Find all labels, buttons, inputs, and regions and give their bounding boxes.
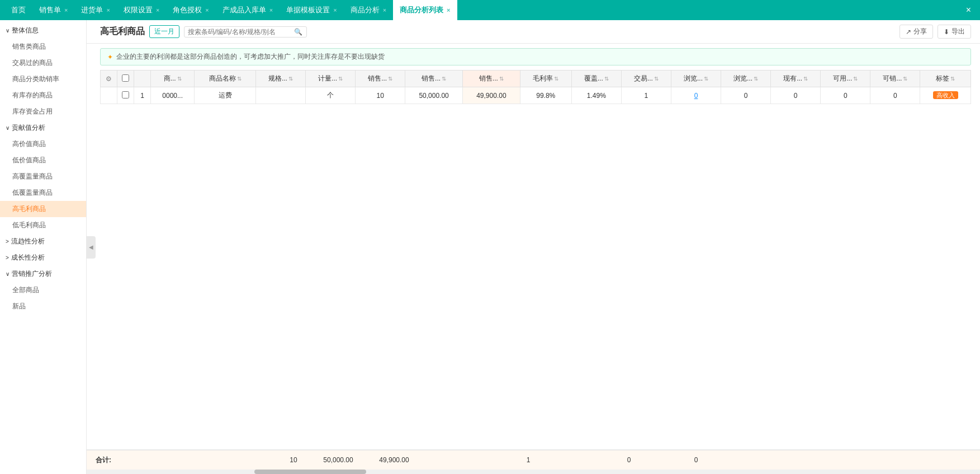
col-spec[interactable]: 规格... ⇅	[255, 71, 305, 87]
nav-stock-in[interactable]: 产成品入库单 ×	[216, 0, 280, 20]
footer-sales-amount: 50,000.00	[310, 454, 366, 466]
sort-icon: ⇅	[853, 76, 858, 82]
window-close-button[interactable]: ×	[962, 5, 976, 15]
sort-icon: ⇅	[803, 76, 808, 82]
table-container: ⚙ 商... ⇅	[100, 70, 971, 449]
footer-total-row: 合计: 10 50,000.00 49,900.00 1 0 0	[87, 449, 980, 470]
cell-saleable: 0	[870, 87, 920, 104]
sidebar-group-growth[interactable]: > 成长性分析	[0, 250, 86, 266]
close-icon[interactable]: ×	[269, 7, 273, 13]
col-unit[interactable]: 计量... ⇅	[306, 71, 356, 87]
close-icon[interactable]: ×	[156, 7, 159, 13]
info-banner: ✦ 企业的主要的利润都是这部分商品创造的，可考虑加大推广，同时关注库存是不要出现…	[100, 48, 971, 65]
col-tag[interactable]: 标签 ⇅	[920, 71, 971, 87]
sidebar-item-high-value[interactable]: 高价值商品	[0, 136, 86, 152]
sort-icon: ⇅	[338, 76, 343, 82]
cell-browse1[interactable]: 0	[671, 87, 721, 104]
search-box: 🔍	[184, 26, 307, 37]
sidebar-group-contribution[interactable]: ∨ 贡献值分析	[0, 120, 86, 136]
close-icon[interactable]: ×	[205, 7, 209, 13]
time-filter-button[interactable]: 近一月	[149, 25, 179, 38]
nav-permission[interactable]: 权限设置 ×	[117, 0, 166, 20]
nav-home[interactable]: 首页	[4, 0, 32, 20]
col-gross-margin[interactable]: 毛利率 ⇅	[520, 71, 571, 87]
sidebar-item-category-rate[interactable]: 商品分类助销率	[0, 71, 86, 87]
sidebar-item-new-goods[interactable]: 新品	[0, 298, 86, 315]
top-navigation: 首页 销售单 × 进货单 × 权限设置 × 角色授权 × 产成品入库单 × 单据…	[0, 0, 980, 20]
sidebar-item-traded-goods[interactable]: 交易过的商品	[0, 55, 86, 71]
browse1-link[interactable]: 0	[694, 92, 698, 100]
col-browse1[interactable]: 浏览... ⇅	[671, 71, 721, 87]
sidebar-group-marketing[interactable]: ∨ 营销推广分析	[0, 266, 86, 282]
sort-icon: ⇅	[288, 76, 293, 82]
col-transaction[interactable]: 交易... ⇅	[621, 71, 671, 87]
sidebar-item-high-margin[interactable]: 高毛利商品	[0, 201, 86, 217]
nav-product-analysis-list[interactable]: 商品分析列表 ×	[393, 0, 457, 20]
nav-template[interactable]: 单据模板设置 ×	[280, 0, 343, 20]
col-coverage[interactable]: 覆盖... ⇅	[571, 71, 621, 87]
col-checkbox	[117, 71, 134, 87]
col-name[interactable]: 商品名称 ⇅	[195, 71, 256, 87]
nav-purchase[interactable]: 进货单 ×	[74, 0, 116, 20]
horizontal-scrollbar[interactable]	[87, 470, 980, 474]
col-settings[interactable]: ⚙	[101, 71, 117, 87]
share-button[interactable]: ↗ 分享	[899, 25, 933, 39]
sidebar-collapse-button[interactable]: ◀	[87, 236, 96, 259]
settings-icon[interactable]: ⚙	[106, 75, 112, 83]
sidebar-item-sales-goods[interactable]: 销售类商品	[0, 39, 86, 55]
cell-browse2: 0	[721, 87, 771, 104]
chevron-down-icon: ∨	[6, 271, 10, 277]
sort-icon: ⇅	[442, 76, 446, 82]
sort-icon: ⇅	[604, 76, 609, 82]
sort-icon: ⇅	[554, 76, 558, 82]
col-available[interactable]: 可用... ⇅	[821, 71, 870, 87]
col-sales-amount[interactable]: 销售... ⇅	[405, 71, 463, 87]
col-saleable[interactable]: 可销... ⇅	[870, 71, 920, 87]
cell-sales-qty: 10	[356, 87, 405, 104]
chevron-right-icon: >	[6, 255, 9, 261]
sidebar-item-stock-capital[interactable]: 库存资金占用	[0, 104, 86, 120]
search-icon[interactable]: 🔍	[294, 28, 302, 36]
sort-icon: ⇅	[950, 76, 955, 82]
col-sales-qty[interactable]: 销售... ⇅	[356, 71, 405, 87]
nav-product-analysis[interactable]: 商品分析 ×	[344, 0, 393, 20]
export-button[interactable]: ⬇ 导出	[938, 25, 971, 39]
sidebar-group-overall[interactable]: ∨ 整体信息	[0, 22, 86, 39]
cell-spec	[255, 87, 305, 104]
footer-sales-profit: 49,900.00	[366, 454, 422, 466]
sidebar-item-high-coverage[interactable]: 高覆盖量商品	[0, 168, 86, 185]
close-icon[interactable]: ×	[333, 7, 337, 13]
footer-empty1	[422, 458, 467, 462]
nav-sales[interactable]: 销售单 ×	[32, 0, 74, 20]
footer-transaction: 1	[512, 454, 545, 466]
sidebar-group-trend[interactable]: > 流趋性分析	[0, 233, 86, 250]
footer-current-stock: 0	[612, 454, 646, 466]
col-sales-profit[interactable]: 销售... ⇅	[462, 71, 520, 87]
footer-saleable: 0	[679, 454, 713, 466]
cell-checkbox[interactable]	[117, 87, 134, 104]
close-icon[interactable]: ×	[383, 7, 386, 13]
sidebar-item-all-goods[interactable]: 全部商品	[0, 282, 86, 298]
row-checkbox[interactable]	[122, 91, 129, 98]
col-code[interactable]: 商... ⇅	[151, 71, 195, 87]
col-index	[134, 71, 151, 87]
close-icon[interactable]: ×	[64, 7, 68, 13]
close-icon[interactable]: ×	[447, 7, 450, 13]
close-icon[interactable]: ×	[106, 7, 110, 13]
content-area: ◀ 高毛利商品 近一月 🔍 ↗ 分享 ⬇ 导出 ✦ 企业的主要的利润都是这部分商…	[87, 20, 980, 474]
cell-tag: 高收入	[920, 87, 971, 104]
sidebar-item-low-value[interactable]: 低价值商品	[0, 152, 86, 168]
sidebar-item-stocked-goods[interactable]: 有库存的商品	[0, 87, 86, 104]
sort-icon: ⇅	[754, 76, 758, 82]
col-current-stock[interactable]: 现有... ⇅	[771, 71, 821, 87]
sidebar-item-low-coverage[interactable]: 低覆盖量商品	[0, 185, 86, 201]
search-input[interactable]	[188, 28, 294, 36]
sort-icon: ⇅	[388, 76, 392, 82]
info-icon: ✦	[107, 53, 113, 61]
select-all-checkbox[interactable]	[122, 74, 129, 82]
tag-badge: 高收入	[933, 91, 958, 99]
sort-icon: ⇅	[237, 76, 242, 82]
col-browse2[interactable]: 浏览... ⇅	[721, 71, 771, 87]
sidebar-item-low-margin[interactable]: 低毛利商品	[0, 217, 86, 233]
nav-role[interactable]: 角色授权 ×	[166, 0, 215, 20]
